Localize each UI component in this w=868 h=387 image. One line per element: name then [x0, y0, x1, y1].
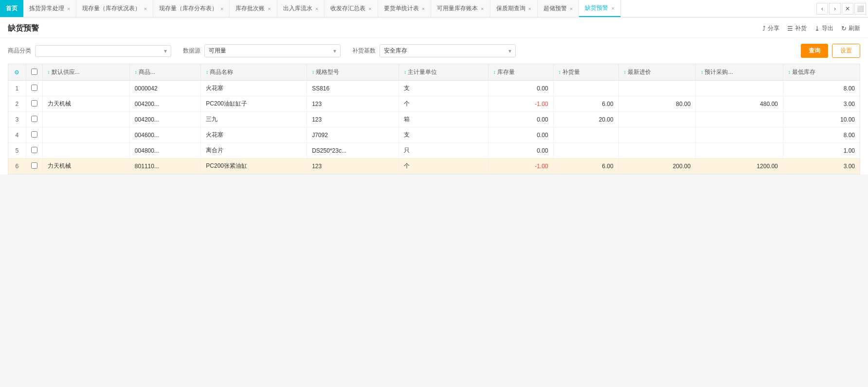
row-checkbox-cell[interactable] [26, 112, 42, 127]
tab-stock-status[interactable]: 现存量（库存状况表） × [76, 0, 153, 17]
replenish-base-chevron-icon: ▾ [508, 48, 511, 54]
table-body: 1 0000042 火花塞 SS816 支 0.00 8.00 2 力天机械 0… [8, 81, 860, 174]
tab-prev-button[interactable]: ‹ [816, 3, 828, 15]
filter-replenish-base-group: 补货基数 安全库存 ▾ [352, 44, 516, 57]
row-spec-cell: SS816 [307, 81, 399, 96]
close-tab-11[interactable]: × [611, 5, 614, 11]
share-button[interactable]: ⤴ 分享 [762, 24, 779, 33]
row-checkbox-cell[interactable] [26, 96, 42, 112]
close-tab-4[interactable]: × [268, 6, 271, 12]
row-spec-cell: 123 [307, 112, 399, 127]
tab-expiry-query[interactable]: 保质期查询 × [490, 0, 538, 17]
row-min-stock-cell: 8.00 [783, 127, 860, 143]
row-num-cell: 4 [8, 127, 26, 143]
table-row: 1 0000042 火花塞 SS816 支 0.00 8.00 [8, 81, 860, 96]
table-row: 6 力天机械 801110... PC200张紧油缸 123 个 -1.00 6… [8, 158, 860, 174]
sort-icon-name: ↕ [206, 70, 208, 75]
export-button[interactable]: ⤓ 导出 [814, 24, 833, 33]
row-supplier-cell: 力天机械 [42, 96, 129, 112]
tab-close-all-button[interactable]: ✕ [842, 3, 853, 15]
row-spec-cell: DS250*23c... [307, 143, 399, 158]
close-tab-5[interactable]: × [315, 6, 318, 12]
replenish-base-select[interactable]: 安全库存 ▾ [380, 44, 516, 57]
close-tab-7[interactable]: × [422, 6, 425, 12]
row-code-cell: 004600... [129, 127, 200, 143]
datasource-chevron-icon: ▾ [333, 48, 336, 54]
row-supplier-cell [42, 143, 129, 158]
tab-overstock-warning[interactable]: 超储预警 × [538, 0, 579, 17]
col-checkbox[interactable] [26, 64, 42, 81]
export-icon: ⤓ [814, 25, 820, 32]
tab-home[interactable]: 首页 [0, 0, 23, 17]
row-supplier-cell: 力天机械 [42, 158, 129, 174]
row-min-stock-cell: 3.00 [783, 96, 860, 112]
row-unit-cell: 支 [399, 127, 488, 143]
tab-summary[interactable]: 收发存汇总表 × [325, 0, 378, 17]
row-checkbox[interactable] [31, 162, 37, 169]
close-tab-9[interactable]: × [528, 6, 531, 12]
row-checkbox[interactable] [31, 116, 37, 122]
tab-next-button[interactable]: › [829, 3, 841, 15]
row-name-cell: 火花塞 [201, 127, 307, 143]
row-price-cell [618, 81, 696, 96]
row-min-stock-cell: 3.00 [783, 158, 860, 174]
row-num-cell: 5 [8, 143, 26, 158]
sort-icon-stock: ↕ [493, 70, 496, 75]
close-tab-6[interactable]: × [368, 6, 371, 12]
category-select[interactable]: ▾ [35, 45, 171, 57]
tab-batch-account[interactable]: 库存批次账 × [230, 0, 277, 17]
row-est-purchase-cell: 480.00 [696, 96, 783, 112]
tab-shortage-warning[interactable]: 缺货预警 × [579, 0, 620, 17]
close-tab-8[interactable]: × [481, 6, 484, 12]
close-tab-10[interactable]: × [570, 6, 573, 12]
row-replenish-cell [553, 127, 618, 143]
datasource-select[interactable]: 可用量 ▾ [204, 44, 341, 57]
col-product-name: ↕ 商品名称 [201, 64, 307, 81]
row-checkbox[interactable] [31, 85, 37, 91]
row-checkbox-cell[interactable] [26, 81, 42, 96]
sort-icon-unit: ↕ [404, 70, 406, 75]
row-name-cell: 火花塞 [201, 81, 307, 96]
row-code-cell: 004200... [129, 112, 200, 127]
row-unit-cell: 个 [399, 96, 488, 112]
row-checkbox-cell[interactable] [26, 127, 42, 143]
row-checkbox[interactable] [31, 131, 37, 138]
table-header-row: ⚙ ↕ 默认供应... ↕ 商品... [8, 64, 860, 81]
row-code-cell: 004800... [129, 143, 200, 158]
row-est-purchase-cell [696, 81, 783, 96]
row-checkbox-cell[interactable] [26, 143, 42, 158]
row-num-cell: 3 [8, 112, 26, 127]
row-stock-cell: 0.00 [488, 143, 553, 158]
row-stock-cell: 0.00 [488, 112, 553, 127]
filter-datasource-group: 数据源 可用量 ▾ [183, 44, 341, 57]
table-row: 3 004200... 三九 123 箱 0.00 20.00 10.00 [8, 112, 860, 127]
tab-available-stock[interactable]: 可用量库存账本 × [431, 0, 490, 17]
row-num-cell: 6 [8, 158, 26, 174]
close-tab-2[interactable]: × [144, 6, 146, 12]
query-button[interactable]: 查询 [801, 44, 828, 58]
tab-restore-button[interactable]: ⬜ [854, 3, 866, 15]
row-unit-cell: 只 [399, 143, 488, 158]
row-checkbox[interactable] [31, 100, 37, 106]
replenish-button[interactable]: ☰ 补货 [787, 24, 807, 33]
row-checkbox[interactable] [31, 147, 37, 153]
row-checkbox-cell[interactable] [26, 158, 42, 174]
row-code-cell: 801110... [129, 158, 200, 174]
share-icon: ⤴ [762, 25, 766, 32]
col-settings[interactable]: ⚙ [8, 64, 26, 81]
tab-requisition-stats[interactable]: 要货单统计表 × [378, 0, 431, 17]
col-min-stock: ↕ 最低库存 [783, 64, 860, 81]
row-code-cell: 0000042 [129, 81, 200, 96]
row-est-purchase-cell [696, 127, 783, 143]
close-tab-3[interactable]: × [220, 6, 223, 12]
tab-stock-dist[interactable]: 现存量（库存分布表） × [153, 0, 230, 17]
refresh-button[interactable]: ↻ 刷新 [841, 24, 860, 33]
settings-button[interactable]: 设置 [832, 44, 860, 58]
tab-in-out-flow[interactable]: 出入库流水 × [277, 0, 325, 17]
col-spec: ↕ 规格型号 [307, 64, 399, 81]
filter-category-group: 商品分类 ▾ [8, 45, 171, 57]
close-tab-1[interactable]: × [67, 6, 70, 12]
tab-pick-exception[interactable]: 拣货异常处理 × [23, 0, 76, 17]
row-stock-cell: -1.00 [488, 158, 553, 174]
select-all-checkbox[interactable] [31, 69, 37, 75]
